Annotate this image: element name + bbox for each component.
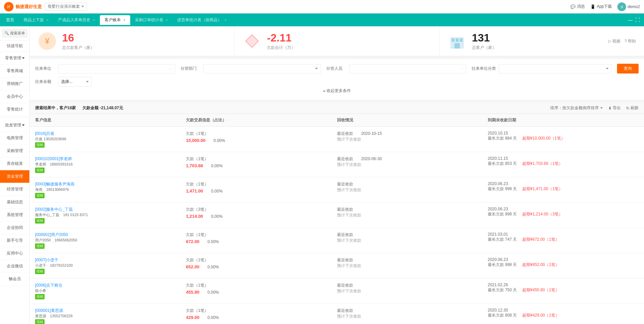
customer-cell-2: [0001020001]李老师 李老师 18600391516 现销 [35,156,186,173]
overdue-amount-7[interactable]: 超期¥455.90（1笔） [522,288,559,292]
tab-product-shelf[interactable]: 商品上下架 × [19,15,53,25]
search-button[interactable]: 查询 [617,64,639,73]
sidebar-item-member[interactable]: 会员中心 [0,90,29,103]
recovery-next-8: 预计下次收款 [337,314,488,319]
user-profile[interactable]: d demo2 [617,2,640,11]
sidebar-item-operations[interactable]: 经营管理 [0,183,29,196]
tab-production-history[interactable]: 产成品入库单历史 × [53,15,100,25]
debt-cell-2: 欠款（1笔） 1,703.68 0.00% [186,156,337,173]
source-unit-input[interactable]: ··· [58,64,175,73]
sidebar-item-system[interactable]: 系统管理 [0,209,29,222]
person-input[interactable]: ··· [349,64,466,73]
customer-tag-4: 现销 [35,218,45,224]
tab-product-shelf-close[interactable]: × [47,18,49,22]
balance-select[interactable]: 选择... [58,77,92,87]
sidebar-item-marketing[interactable]: 营销推广 [0,78,29,90]
sidebar-item-batch-mgmt[interactable]: 批发管理 [0,119,29,132]
debt-amount-3[interactable]: 1,471.00 [186,188,203,194]
tab-home[interactable]: 首页 [1,15,19,25]
sort-select[interactable]: 排序：按欠款金额倒序排序 [550,105,603,111]
debt-count-1: 欠款（1笔） [186,131,337,137]
debt-cell-8: 欠款（1笔） 429.00 0.00% [186,308,337,324]
sidebar-item-retail-mall[interactable]: 零售商城 [0,65,29,78]
debt-cell-4: 欠款（3笔） 1,214.00 0.00% [186,207,337,224]
sidebar-item-retail-stats[interactable]: 零售统计 [0,103,29,116]
overdue-amount-5[interactable]: 超期¥672.00（1笔） [522,237,559,242]
sidebar-item-ecommerce[interactable]: 电商管理 [0,132,29,145]
customer-tag-5: 现销 [35,243,45,249]
collapse-button[interactable]: 收起更多条件 [323,88,351,94]
overdue-amount-1[interactable]: 超期¥10,000.00（1笔） [522,136,565,141]
customer-name-3[interactable]: [0003]畅捷服务尹海燕 [35,182,75,186]
customer-name-6[interactable]: [0007]小迸干 [35,258,58,262]
overdue-amount-3[interactable]: 超期¥1,471.00（1笔） [522,186,563,191]
tab-instock-stats-close[interactable]: × [224,18,226,22]
message-action[interactable]: 💬 消息 [570,4,585,9]
debt-amount-8[interactable]: 429.00 [186,315,199,320]
sidebar-quick-nav[interactable]: 快捷导航 [0,40,29,52]
sidebar-item-vip-member[interactable]: 畅会员 [0,273,29,286]
customer-cell-4: [0002]服务中心_丁磊 服务中心_丁磊 181 0125 8371 现销 [35,207,186,224]
app-download-action[interactable]: 📱 App下载 [590,4,612,9]
recovery-cell-8: 最近收款 预计下次收款 [337,308,488,324]
sidebar-item-retail-mgmt[interactable]: 零售管理 [0,52,29,65]
customer-name-2[interactable]: [0001020001]李老师 [35,156,72,161]
customer-detail-5: 用户2050 18665062050 [35,238,77,242]
source-unit-dots-icon: ··· [169,66,172,71]
sidebar-item-app-center[interactable]: 应用中心 [0,247,29,260]
card-number-1: 16 [62,32,94,44]
refresh-button[interactable]: ↻ 刷新 [626,105,639,111]
video-action[interactable]: ▷ 视频 [608,38,620,44]
card-actions-3: ▷ 视频 ? 帮助 [608,38,636,44]
debt-total-text [77,106,81,110]
tab-purchase-order[interactable]: 采购订单统计表 × [130,15,173,25]
sidebar-item-new-guide[interactable]: 新手引导 [0,234,29,247]
debt-amount-4[interactable]: 1,214.00 [186,214,203,219]
sidebar-item-basic-info[interactable]: 基础信息 [0,196,29,209]
industry-selector[interactable]: 母婴行业演示账套 [45,3,87,10]
sidebar-search-area: 🔍 搜索菜单 [0,26,29,40]
customer-name-4[interactable]: [0002]服务中心_丁磊 [35,207,73,212]
overdue-amount-2[interactable]: 超期¥1,703.68（1笔） [522,161,563,166]
balance-option: 选择... [61,79,73,85]
header-customer-info: 客户信息 [35,117,186,123]
debt-row-2: 1,703.68 0.00% [186,163,337,168]
sidebar-item-enterprise[interactable]: 企业协同 [0,222,29,234]
export-button[interactable]: ⬇ 导出 [608,105,621,111]
overdue-amount-4[interactable]: 超期¥1,214.00（3笔） [522,212,563,216]
header-debt-info: 欠款交易信息（占比） [186,117,337,123]
debt-amount-6[interactable]: 652.00 [186,264,199,269]
tab-bar-actions: — ⛶ [628,17,643,23]
help-action[interactable]: ? 帮助 [624,38,636,44]
dept-label: 分管部门 [180,66,201,71]
refresh-label: 刷新 [631,105,639,111]
debt-amount-1[interactable]: 10,000.00 [186,138,205,143]
tab-minimize-icon[interactable]: — [628,17,633,23]
tab-customer-account-close[interactable]: × [123,18,125,22]
unit-category-select[interactable] [499,64,612,73]
debt-amount-5[interactable]: 672.00 [186,239,199,244]
tab-customer-account[interactable]: 客户账本 × [100,15,130,25]
customer-name-8[interactable]: [000001]黄思源 [35,308,63,313]
overdue-days-2: 最长欠款 853 天 [488,161,521,166]
overdue-amount-6[interactable]: 超期¥652.00（1笔） [522,262,559,267]
sidebar-search-button[interactable]: 🔍 搜索菜单 [2,29,27,37]
dept-select[interactable] [203,64,320,73]
overdue-amount-8[interactable]: 超期¥429.00（1笔） [522,313,559,318]
sidebar-item-purchase[interactable]: 采购管理 [0,145,29,157]
refresh-icon: ↻ [626,106,629,111]
customer-name-7[interactable]: [0006]去下粮仓 [35,283,62,288]
sidebar-item-inventory[interactable]: 库存核算 [0,157,29,170]
sidebar-item-finance[interactable]: 资金管理 [0,170,29,183]
debt-amount-2[interactable]: 1,703.68 [186,163,203,168]
tab-instock-stats[interactable]: 进货单统计表（按商品） × [172,15,231,25]
recovery-cell-3: 最近收款 预计下次收款 [337,181,488,198]
debt-amount-7[interactable]: 455.90 [186,290,199,295]
customer-name-1[interactable]: [0016]吕俊 [35,131,54,136]
svg-rect-8 [454,43,460,49]
sidebar-item-enterprise-wechat[interactable]: 企业微信 [0,260,29,273]
tab-production-history-close[interactable]: × [93,18,95,22]
tab-expand-icon[interactable]: ⛶ [635,17,640,23]
tab-purchase-order-close[interactable]: × [166,18,168,22]
customer-name-5[interactable]: [000002]用户2050 [35,232,68,237]
